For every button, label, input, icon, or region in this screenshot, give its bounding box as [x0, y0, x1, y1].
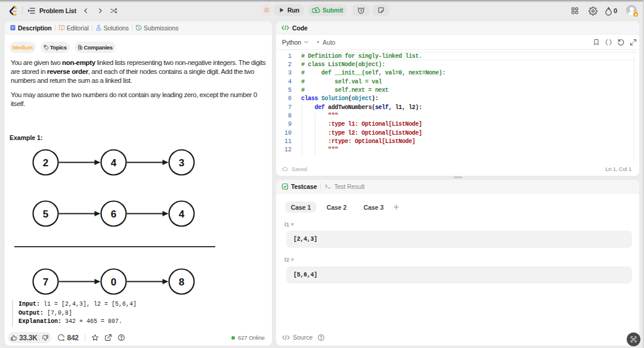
svg-text:6: 6 — [111, 209, 116, 220]
svg-text:2: 2 — [43, 157, 48, 169]
svg-text:4: 4 — [111, 157, 117, 169]
svg-text:4: 4 — [179, 209, 185, 220]
svg-text:3: 3 — [179, 157, 184, 169]
svg-text:0: 0 — [111, 276, 116, 288]
svg-text:8: 8 — [179, 276, 184, 288]
svg-text:5: 5 — [43, 209, 48, 220]
svg-text:7: 7 — [43, 276, 48, 288]
